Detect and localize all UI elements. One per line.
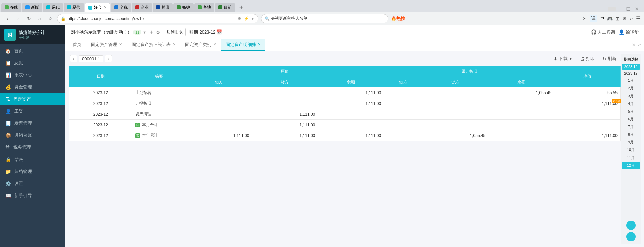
tab-haokuai-close[interactable]: ✕: [104, 5, 107, 10]
period-item-jul[interactable]: 7月: [622, 123, 640, 130]
period-item-jun[interactable]: 6月: [622, 116, 640, 123]
ledger-main: ‹ 000001 1 › ⬇ 下载 ▼: [69, 54, 621, 244]
col-accumulated-dep: 累计折旧: [384, 66, 554, 77]
search-input-box[interactable]: 🔍 央视更新主持人名单: [261, 14, 388, 23]
sidebar-item-guide[interactable]: 📖 新手引导: [0, 190, 65, 202]
tab-add-btn[interactable]: +: [236, 3, 246, 12]
page-input[interactable]: 000001 1: [79, 55, 103, 62]
period-item-jan[interactable]: 1月: [622, 77, 640, 84]
menu-icon[interactable]: ☰: [636, 15, 641, 22]
plus-icon[interactable]: +: [150, 29, 153, 35]
sidebar-item-general-ledger[interactable]: 📋 总账: [0, 57, 65, 69]
settings-icon: ⚙️: [5, 181, 11, 186]
translate-icon[interactable]: 译: [590, 15, 597, 22]
sidebar-item-settings[interactable]: ⚙️ 设置: [0, 178, 65, 190]
address-bar[interactable]: 🔒 https://cloud.chanjet.com/accounting/u…: [57, 14, 258, 23]
ledger-toolbar: ‹ 000001 1 › ⬇ 下载 ▼: [69, 54, 621, 63]
tab-gedi[interactable]: 各地: [194, 3, 214, 12]
fab-up-btn[interactable]: ↑: [626, 221, 636, 230]
sidebar-item-archive[interactable]: 📁 归档管理: [0, 166, 65, 178]
sidebar-item-fixed-assets[interactable]: 🏗 固定资产: [0, 93, 65, 105]
settings-circle-icon[interactable]: ⚙: [156, 29, 160, 35]
tab-depreciation-stat[interactable]: 固定资产折旧统计表 ✕: [127, 39, 180, 51]
scissors-icon[interactable]: ✂: [583, 16, 587, 22]
company-dropdown-icon[interactable]: ▼: [143, 30, 146, 34]
tab-fixed-assets-mgmt[interactable]: 固定资产管理 ✕: [86, 39, 127, 51]
shield-icon[interactable]: 🛡: [600, 16, 604, 21]
period-item-2023-12-2[interactable]: 2023.12: [622, 70, 640, 76]
sidebar-item-closing[interactable]: 🔒 结账: [0, 153, 65, 166]
tab-tencent[interactable]: 腾讯: [153, 3, 173, 12]
user-info[interactable]: 👤 徐译华: [619, 29, 639, 35]
history-icon[interactable]: ↩: [629, 16, 633, 21]
content-maximize-icon[interactable]: ⤢: [638, 42, 641, 47]
period-item-nov[interactable]: 11月: [622, 154, 640, 161]
nav-forward-btn[interactable]: ›: [14, 15, 22, 23]
calendar-icon[interactable]: 📅: [217, 29, 222, 35]
sidebar-item-reports[interactable]: 📊 报表中心: [0, 69, 65, 81]
tab-asset-detail-close[interactable]: ✕: [258, 42, 261, 47]
download-btn[interactable]: ⬇ 下载 ▼: [551, 54, 575, 63]
prev-page-btn[interactable]: ‹: [70, 55, 77, 62]
period-item-aug[interactable]: 8月: [622, 131, 640, 138]
sidebar-item-purchase-sale[interactable]: 📦 进销台账: [0, 129, 65, 141]
period-item-sep[interactable]: 9月: [622, 139, 640, 146]
address-settings-icon[interactable]: ⚙: [238, 16, 241, 21]
col-summary: 摘要: [132, 66, 186, 87]
archive-icon: 📁: [5, 169, 11, 174]
main-content: 刘小艳演示账套（勿删勿动！） 11 ▼ + ⚙ 切到旧版 账期 2023-12 …: [65, 25, 644, 247]
period-item-may[interactable]: 5月: [622, 108, 640, 115]
sidebar-item-tax[interactable]: 🏛 税务管理: [0, 141, 65, 153]
period-item-2023-12-top[interactable]: 2023.12: [622, 64, 640, 70]
nav-bookmark-btn[interactable]: ☆: [46, 15, 54, 23]
summary-icon-monthly: 合: [135, 123, 140, 127]
nav-refresh-btn[interactable]: ↻: [25, 15, 33, 23]
tab-fixed-assets-mgmt-close[interactable]: ✕: [119, 42, 122, 47]
tab-changjie[interactable]: 畅捷: [173, 3, 194, 12]
nav-back-btn[interactable]: ‹: [3, 15, 11, 23]
sidebar-item-payroll[interactable]: 👤 工资: [0, 105, 65, 117]
refresh-btn[interactable]: ↻ 刷新: [600, 54, 619, 63]
sidebar-item-invoice[interactable]: 🧾 发票管理: [0, 117, 65, 129]
table-row: 2023-12 计提折旧 1,111.00 1,111.00 2023: [69, 98, 621, 109]
period-item-feb[interactable]: 2月: [622, 85, 640, 92]
company-selector[interactable]: 刘小艳演示账套（勿删勿动！） 11 ▼: [71, 29, 146, 35]
browser-restore-icon[interactable]: ❐: [625, 6, 632, 12]
next-page-btn[interactable]: ›: [105, 55, 112, 62]
tab-muqian[interactable]: 目前: [215, 3, 235, 12]
tab-asset-category[interactable]: 固定资产类别 ✕: [180, 39, 221, 51]
service-btn[interactable]: 🎧 人工咨询: [591, 29, 615, 35]
tab-asset-detail[interactable]: 固定资产明细账 ✕: [221, 39, 265, 51]
tab-haokuai[interactable]: 好会 ✕: [85, 3, 110, 12]
tab-yidai1[interactable]: 易代: [43, 3, 63, 12]
tab-home[interactable]: 首页: [68, 39, 86, 51]
sidebar-item-home[interactable]: 🏠 首页: [0, 45, 65, 57]
brightness-icon[interactable]: ☀: [622, 16, 627, 21]
sidebar-item-fund[interactable]: 💰 资金管理: [0, 81, 65, 93]
tab-yidai2[interactable]: 易代: [64, 3, 84, 12]
grid-icon[interactable]: ⊞: [615, 16, 620, 21]
content-close-icon[interactable]: ✕: [632, 42, 636, 48]
tab-depreciation-stat-close[interactable]: ✕: [173, 42, 176, 47]
nav-home-btn[interactable]: ⌂: [36, 15, 44, 23]
tab-online[interactable]: 在线: [1, 3, 21, 12]
period-item-mar[interactable]: 3月: [622, 92, 640, 100]
switch-to-old-btn[interactable]: 切到旧版: [164, 28, 186, 36]
period-item-oct[interactable]: 10月: [622, 146, 640, 153]
period-item-dec[interactable]: 12月: [622, 162, 640, 169]
tab-qiye[interactable]: 企业: [132, 3, 152, 12]
browser-minimize-icon[interactable]: ─: [617, 6, 624, 12]
game-icon[interactable]: 🎮: [607, 16, 613, 21]
browser-close-icon[interactable]: ✕: [633, 6, 640, 12]
period-item-apr[interactable]: 4月: [622, 100, 640, 107]
tab-asset-category-close[interactable]: ✕: [213, 42, 216, 47]
address-dropdown-icon[interactable]: ▼: [251, 16, 255, 21]
fab-down-btn[interactable]: ↓: [626, 232, 636, 241]
panel-header: 期间选择: [623, 56, 639, 63]
right-period-panel: 期间选择 2023.12 2023.12 1月 2月 3月 4月 5月 6月 7…: [621, 54, 641, 244]
address-lightning-icon[interactable]: ⚡: [244, 16, 249, 21]
print-btn[interactable]: 🖨 打印: [578, 54, 597, 63]
hot-search-label[interactable]: 🔥热搜: [391, 16, 405, 22]
tab-new[interactable]: 新版: [22, 3, 42, 12]
tab-geshui[interactable]: 个税: [111, 3, 131, 12]
